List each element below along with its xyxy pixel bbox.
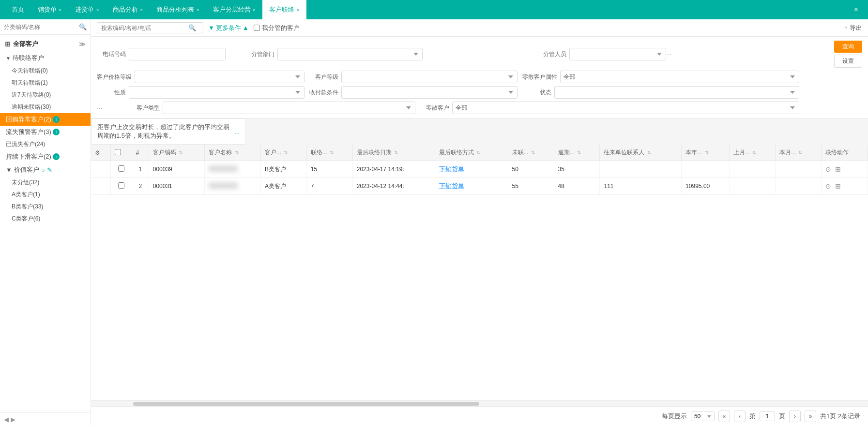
sidebar-search-input[interactable] [4, 24, 79, 30]
settings-button[interactable]: 设置 [834, 55, 862, 68]
sort-name-icon: ⇅ [235, 150, 239, 155]
row1-link-icon[interactable]: ⊙ [825, 165, 831, 173]
sidebar-item-declining[interactable]: 持续下滑客户(2) i [0, 150, 91, 163]
sidebar-item-churn-warning[interactable]: 流失预警客户(3) i [0, 126, 91, 138]
horizontal-scrollbar[interactable] [91, 400, 868, 406]
nav-sales-order[interactable]: 销货单 × [31, 0, 68, 19]
th-this-month[interactable]: 本月... ⇅ [776, 145, 822, 161]
row1-code: 000039 [149, 161, 205, 178]
th-no-contact[interactable]: 未联... ⇅ [508, 145, 554, 161]
sidebar-all-customers[interactable]: ⊞ 全部客户 ≫ [0, 37, 91, 51]
th-last-method[interactable]: 最后联络方式 ⇅ [435, 145, 508, 161]
sidebar: 🔍 ⊞ 全部客户 ≫ ▼ 待联络客户 今天待联络(0) 明天待联络(1) 近7天… [0, 19, 91, 426]
row2-link-icon[interactable]: ⊙ [825, 182, 831, 190]
status-select[interactable] [554, 86, 799, 99]
nav-product-analysis[interactable]: 商品分析 × [106, 0, 150, 19]
row2-method-link[interactable]: 下销货单 [439, 182, 464, 190]
nav-close-product-list[interactable]: × [196, 7, 199, 13]
th-last-month[interactable]: 上月... ⇅ [730, 145, 776, 161]
th-type[interactable]: 客户... ⇅ [260, 145, 306, 161]
th-contact-count[interactable]: 联络... ⇅ [306, 145, 352, 161]
more-dots[interactable]: ··· [97, 104, 103, 112]
sidebar-group-value-title[interactable]: ▼ 价值客户 ○ ✎ [0, 163, 91, 176]
person-dots[interactable]: ··· [666, 50, 672, 58]
sort-person-icon: ⇅ [647, 150, 651, 155]
row1-grid-icon[interactable]: ⊞ [835, 165, 841, 173]
row1-checkbox[interactable] [118, 165, 124, 172]
declining-info-icon[interactable]: i [53, 153, 60, 160]
page-last-btn[interactable]: » [805, 411, 816, 422]
customer-level-select[interactable] [341, 71, 517, 83]
row1-method-link[interactable]: 下销货单 [439, 165, 464, 173]
page-first-btn[interactable]: « [718, 411, 730, 422]
th-this-year[interactable]: 本年... ⇅ [682, 145, 730, 161]
th-last-date[interactable]: 最后联络日期 ⇅ [352, 145, 435, 161]
search-icon[interactable]: 🔍 [188, 24, 196, 31]
nav-close-sales[interactable]: × [59, 7, 61, 13]
th-contact-person[interactable]: 往来单位联系人 ⇅ [600, 145, 682, 161]
value-settings-icon[interactable]: ✎ [47, 166, 52, 174]
sidebar-item-7days[interactable]: 近7天待联络(0) [0, 89, 91, 101]
phone-input[interactable] [129, 48, 226, 60]
repurchase-info-icon[interactable]: i [53, 116, 60, 123]
page-input[interactable] [760, 411, 775, 421]
page-next-btn[interactable]: › [789, 411, 801, 422]
sidebar-item-ungrouped[interactable]: 未分组(32) [0, 176, 91, 189]
row2-last-method: 下销货单 [435, 178, 508, 195]
page-prev-btn[interactable]: ‹ [734, 411, 746, 422]
nav-home[interactable]: 首页 [5, 0, 31, 19]
customer-type-select[interactable] [163, 102, 415, 114]
sidebar-item-today[interactable]: 今天待联络(0) [0, 65, 91, 77]
window-close-button[interactable]: × [849, 5, 863, 14]
my-customer-checkbox[interactable] [254, 25, 260, 31]
table-area: ⚙ # 客户编码 ⇅ 客户名称 ⇅ 客户... ⇅ 联络... ⇅ 最后联络日期… [91, 145, 868, 400]
sidebar-collapse-btn[interactable]: ≫ [79, 41, 86, 48]
sidebar-group-value: ▼ 价值客户 ○ ✎ 未分组(32) A类客户(1) B类客户(33) C类客户… [0, 163, 91, 225]
sidebar-scroll-left[interactable]: ◀ [4, 416, 9, 423]
sidebar-item-overdue[interactable]: 逾期未联络(30) [0, 101, 91, 113]
tooltip-more-dots[interactable]: ... [234, 128, 240, 135]
nav-product-analysis-list[interactable]: 商品分析列表 × [150, 0, 206, 19]
sidebar-search-icon[interactable]: 🔍 [79, 23, 87, 30]
th-settings[interactable]: ⚙ [91, 145, 110, 161]
nav-close-purchase[interactable]: × [96, 7, 99, 13]
filter-customer-level: 客户等级 [309, 71, 517, 83]
nature-select[interactable] [129, 86, 305, 99]
th-name[interactable]: 客户名称 ⇅ [205, 145, 261, 161]
sidebar-item-class-c[interactable]: C类客户(6) [0, 213, 91, 225]
nav-close-contact[interactable]: × [296, 7, 299, 13]
select-all-checkbox[interactable] [115, 149, 121, 155]
sidebar-item-churned[interactable]: 已流失客户(24) [0, 138, 91, 150]
nav-customer-contact[interactable]: 客户联络 × [262, 0, 306, 19]
dept-select[interactable] [277, 48, 423, 60]
retail-attr-select[interactable]: 全部 [560, 71, 799, 83]
export-button[interactable]: ↑ 导出 [845, 24, 863, 32]
value-edit-icon[interactable]: ○ [41, 166, 45, 174]
search-input[interactable] [101, 25, 188, 31]
row1-this-year [682, 161, 730, 178]
row2-last-date: 2023-04-12 14:44: [352, 178, 435, 195]
nav-close-product-analysis[interactable]: × [140, 7, 143, 13]
scroll-thumb[interactable] [133, 402, 479, 406]
person-select[interactable] [569, 48, 666, 60]
sidebar-item-tomorrow[interactable]: 明天待联络(1) [0, 77, 91, 89]
sidebar-item-repurchase-abnormal[interactable]: 回购异常客户(2) i [0, 113, 91, 126]
sidebar-scroll-right[interactable]: ▶ [11, 416, 15, 423]
query-button[interactable]: 查询 [834, 41, 862, 53]
per-page-select[interactable]: 50 20 100 [691, 411, 715, 421]
retail-customer-select[interactable]: 全部 [452, 102, 799, 114]
row2-grid-icon[interactable]: ⊞ [835, 182, 841, 190]
th-code[interactable]: 客户编码 ⇅ [149, 145, 205, 161]
sidebar-group-pending-title[interactable]: ▼ 待联络客户 [0, 51, 91, 65]
sidebar-item-class-b[interactable]: B类客户(33) [0, 201, 91, 213]
nav-close-tier[interactable]: × [253, 7, 256, 13]
more-filter-button[interactable]: ▼ 更多条件 ▲ [208, 24, 249, 32]
th-overdue[interactable]: 逾期... ⇅ [554, 145, 600, 161]
nav-customer-tier[interactable]: 客户分层经营 × [206, 0, 262, 19]
price-level-select[interactable] [135, 71, 305, 83]
nav-purchase-order[interactable]: 进货单 × [68, 0, 106, 19]
sidebar-item-class-a[interactable]: A类客户(1) [0, 189, 91, 201]
row2-checkbox[interactable] [118, 182, 124, 189]
payment-select[interactable] [341, 86, 517, 99]
churn-warning-info-icon[interactable]: i [53, 129, 60, 135]
